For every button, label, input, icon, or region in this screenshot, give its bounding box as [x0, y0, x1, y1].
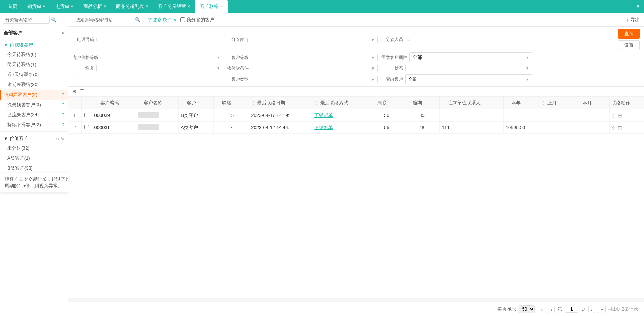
sidebar-item-declining[interactable]: 持续下滑客户(2) ?: [0, 120, 68, 130]
filter-input-status[interactable]: ▼: [405, 65, 532, 72]
per-page-label: 每页显示: [497, 306, 516, 312]
nav-sales-order[interactable]: 销货单 ×: [22, 0, 50, 13]
filter-input-dept[interactable]: ▼: [251, 36, 378, 43]
sidebar-item-today-contact[interactable]: 今天待联络(0): [0, 49, 68, 60]
col-header-unlisted[interactable]: 未联...: [369, 97, 404, 109]
filter-search-input[interactable]: [76, 17, 133, 22]
row1-last-contact-method[interactable]: 下销货单: [312, 109, 369, 122]
page-last-btn[interactable]: »: [598, 306, 606, 313]
page-total-text: 共1页 2条记录: [608, 306, 638, 312]
sidebar-item-class-a[interactable]: A类客户(1): [0, 153, 68, 163]
repurchase-help-icon[interactable]: ?: [62, 93, 64, 97]
filter-more-conditions[interactable]: ▽ 更多条件 ∧: [148, 16, 177, 23]
row2-action-icon-1[interactable]: ◇: [612, 125, 616, 131]
select-all-checkbox[interactable]: [80, 89, 84, 94]
horizontal-scrollbar[interactable]: [68, 298, 644, 302]
col-header-contact-count[interactable]: 联络...: [214, 97, 249, 109]
filter-input-customer-type[interactable]: ▼: [251, 76, 378, 83]
page-next-btn[interactable]: ›: [588, 306, 595, 313]
top-navigation: 首页 销货单 × 进货单 × 商品分析 × 商品分析列表 × 客户分层经营 × …: [0, 0, 644, 13]
col-header-name[interactable]: 客户名称: [135, 97, 178, 109]
nav-customer-contact-close[interactable]: ×: [220, 4, 223, 9]
filter-input-price-level[interactable]: ▼: [101, 54, 223, 61]
action-buttons: 查询 设置: [618, 29, 640, 50]
row1-action-icon-2[interactable]: ⊞: [618, 113, 622, 118]
my-customers-check[interactable]: [180, 17, 185, 22]
col-header-last-month[interactable]: 上月...: [539, 97, 574, 109]
filter-icon: ▽: [148, 17, 152, 22]
nav-home[interactable]: 首页: [3, 0, 22, 13]
nav-product-analysis-close[interactable]: ×: [103, 4, 106, 9]
sidebar-item-repurchase-abnormal[interactable]: 回购异常客户(2) ?: [0, 90, 68, 100]
per-page-select[interactable]: 50: [519, 305, 535, 313]
col-header-customer-type[interactable]: 客户...: [179, 97, 214, 109]
filter-search-box: 🔍: [73, 15, 144, 24]
filter-row-4: ··· 客户类型 ▼ 零散客户 全部 ▼: [73, 74, 640, 84]
sidebar-item-tomorrow-contact[interactable]: 明天待联络(1): [0, 60, 68, 70]
sidebar-group-pending-contact[interactable]: ▼ 待联络客户: [0, 39, 68, 49]
sidebar-group-value-edit-icon[interactable]: ✎: [60, 136, 64, 141]
nav-sales-order-close[interactable]: ×: [43, 4, 45, 9]
filter-manager-dots[interactable]: ···: [407, 37, 411, 42]
sidebar-search-icon[interactable]: 🔍: [51, 17, 57, 23]
sidebar-group-value-customers[interactable]: ▼ 价值客户 ○ ✎: [0, 133, 68, 143]
sidebar-search-input[interactable]: [3, 16, 50, 24]
row1-contact-method-link[interactable]: 下销货单: [314, 113, 333, 118]
sidebar-group-value-circle-icon[interactable]: ○: [56, 136, 59, 141]
filter-input-customer-level[interactable]: ▼: [251, 54, 378, 61]
col-header-unit-contacts[interactable]: 往来单位联系人: [439, 97, 503, 109]
filter-input-phone[interactable]: [96, 38, 223, 41]
col-header-last-contact-method[interactable]: 最后联络方式: [312, 97, 369, 109]
query-button[interactable]: 查询: [618, 29, 640, 39]
filter-input-retail-customer[interactable]: 全部 ▼: [405, 74, 532, 84]
filter-my-customers-checkbox[interactable]: 我分管的客户: [180, 16, 214, 23]
col-header-last-contact-date[interactable]: 最后联络日期: [249, 97, 312, 109]
filter-search-icon[interactable]: 🔍: [135, 17, 140, 22]
window-close-icon[interactable]: ×: [636, 3, 640, 10]
sidebar-item-7days-contact[interactable]: 近7天待联络(0): [0, 70, 68, 80]
sidebar-item-ungrouped[interactable]: 未分组(32): [0, 143, 68, 153]
retail-customer-arrow: ▼: [525, 77, 529, 81]
row1-last-contact-date: 2023-04-17 14:19:: [249, 109, 312, 122]
sidebar-item-class-b[interactable]: B类客户(33): [0, 163, 68, 173]
sidebar-item-churn-warning[interactable]: 流失预警客户(3) ?: [0, 100, 68, 110]
declining-help-icon[interactable]: ?: [62, 123, 64, 127]
sidebar-item-churned[interactable]: 已流失客户(24) ?: [0, 110, 68, 120]
retail-attr-arrow: ▼: [525, 56, 529, 60]
filter-input-payment-terms[interactable]: ▼: [251, 65, 378, 72]
sidebar-search-bar: 🔍: [0, 13, 68, 27]
page-number-input[interactable]: [565, 306, 578, 313]
row1-check[interactable]: [81, 109, 92, 122]
row1-overdue: 35: [404, 109, 439, 122]
col-header-overdue[interactable]: 逾期...: [404, 97, 439, 109]
nav-purchase-order-close[interactable]: ×: [71, 4, 73, 9]
filter-input-retail-attr[interactable]: 全部 ▼: [409, 52, 532, 62]
table-settings-icon[interactable]: ⚙: [73, 89, 77, 94]
filter-label-retail-attr: 零散客户属性: [381, 55, 407, 61]
filter-dots-more[interactable]: ···: [74, 77, 78, 82]
nav-product-analysis-list[interactable]: 商品分析列表 ×: [111, 0, 153, 13]
row2-last-contact-method[interactable]: 下销货单: [312, 122, 369, 134]
col-header-this-month[interactable]: 本月...: [574, 97, 609, 109]
row1-action-icon-1[interactable]: ◇: [612, 113, 616, 118]
nav-product-analysis[interactable]: 商品分析 ×: [78, 0, 111, 13]
nav-customer-layering[interactable]: 客户分层经营 ×: [153, 0, 195, 13]
settings-button[interactable]: 设置: [618, 40, 640, 50]
col-header-this-year[interactable]: 本年...: [503, 97, 539, 109]
row2-contact-method-link[interactable]: 下销货单: [314, 125, 333, 130]
sidebar-collapse-icon[interactable]: «: [62, 30, 64, 36]
col-header-code[interactable]: 客户编码: [92, 97, 135, 109]
row2-action-icon-2[interactable]: ⊞: [618, 125, 622, 131]
row2-check[interactable]: [81, 122, 92, 134]
page-first-btn[interactable]: «: [538, 306, 545, 313]
filter-input-nature[interactable]: ▼: [96, 65, 223, 72]
filter-export-button[interactable]: ↑ 导出: [627, 16, 640, 23]
page-prev-btn[interactable]: ‹: [548, 306, 555, 313]
nav-customer-contact[interactable]: 客户联络 ×: [195, 0, 228, 13]
nav-customer-layering-close[interactable]: ×: [187, 4, 190, 9]
nav-purchase-order[interactable]: 进货单 ×: [50, 0, 78, 13]
churned-help-icon[interactable]: ?: [62, 113, 64, 117]
nav-product-analysis-list-close[interactable]: ×: [145, 4, 148, 9]
sidebar-item-overdue-contact[interactable]: 逾期未联络(30): [0, 80, 68, 90]
churn-warning-help-icon[interactable]: ?: [62, 103, 64, 107]
